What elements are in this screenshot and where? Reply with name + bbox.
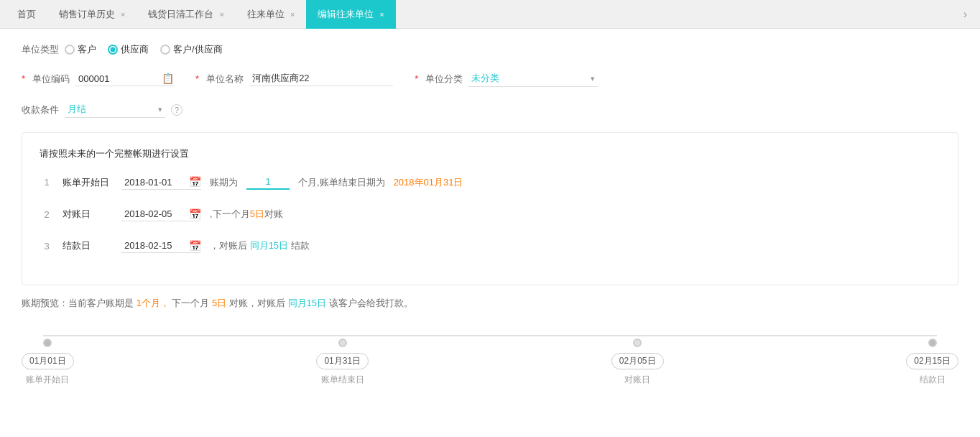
- tab-home[interactable]: 首页: [6, 0, 47, 29]
- timeline-badge-1: 01月01日: [22, 353, 74, 369]
- tab-cash-workbench-close[interactable]: ×: [219, 10, 223, 19]
- payment-condition-field: 收款条件 月结 ▾ ?: [22, 101, 182, 118]
- timeline-dot-2: [338, 339, 347, 347]
- period-row-2: 2 对账日 📅 ,下一个月5日对账: [40, 207, 940, 221]
- period-row-3: 3 结款日 📅 ，对账后 同月15日 结款: [40, 239, 940, 253]
- period-row-1-label: 账单开始日: [63, 176, 113, 189]
- period-row-1-desc-unit: 个月,账单结束日期为: [298, 176, 385, 189]
- period-row-3-desc: ，对账后 同月15日 结款: [210, 239, 310, 252]
- tab-edit-partner[interactable]: 编辑往来单位 ×: [306, 0, 395, 29]
- radio-both-circle: [160, 45, 170, 55]
- preview-text: 账期预览：当前客户账期是 1个月， 下一个月 5日 对账，对账后 同月15日 该…: [22, 297, 958, 310]
- radio-customer[interactable]: 客户: [65, 43, 96, 56]
- timeline-wrapper: 01月01日 账单开始日 01月31日 账单结束日 02月05日 对账日: [22, 324, 958, 415]
- period-row-3-date-input[interactable]: [121, 239, 186, 252]
- payment-condition-label: 收款条件: [22, 104, 59, 116]
- unit-type-radio-group: 客户 供应商 客户/供应商: [65, 43, 223, 56]
- timeline-badge-2: 01月31日: [316, 353, 369, 369]
- preview-section: 账期预览：当前客户账期是 1个月， 下一个月 5日 对账，对账后 同月15日 该…: [22, 297, 958, 415]
- timeline-point-3: 02月05日 对账日: [611, 339, 664, 386]
- period-row-1-num-input[interactable]: [246, 175, 290, 190]
- unit-name-required: *: [195, 73, 199, 84]
- period-row-2-date-input[interactable]: [121, 207, 186, 221]
- period-row-2-highlight: 5日: [250, 208, 264, 219]
- radio-supplier[interactable]: 供应商: [108, 43, 149, 56]
- preview-mid-1: 下一个月: [172, 298, 209, 308]
- unit-category-select[interactable]: 未分类 ▾: [468, 70, 598, 87]
- main-content: 单位类型 客户 供应商 客户/供应商 * 单位编码: [0, 29, 980, 437]
- period-row-1: 1 账单开始日 📅 账期为 个月,账单结束日期为 2018年01月31日: [40, 175, 940, 190]
- period-row-3-calendar-icon[interactable]: 📅: [189, 240, 201, 252]
- timeline-dot-1: [43, 339, 52, 347]
- radio-supplier-label: 供应商: [121, 43, 149, 56]
- radio-both[interactable]: 客户/供应商: [160, 43, 223, 56]
- period-row-1-end-date: 2018年01月31日: [394, 176, 463, 189]
- radio-supplier-circle: [108, 45, 118, 55]
- payment-condition-value: 月结: [68, 103, 155, 116]
- unit-type-row: 单位类型 客户 供应商 客户/供应商: [22, 43, 958, 56]
- preview-highlight-3: 同月15日: [288, 298, 326, 308]
- timeline-dot-4: [928, 339, 937, 347]
- timeline-dot-3: [633, 339, 642, 347]
- unit-code-input-wrapper: 📋: [75, 72, 174, 86]
- tab-more-button[interactable]: ›: [956, 8, 974, 21]
- period-row-1-date-input[interactable]: [121, 175, 186, 189]
- unit-name-label: 单位名称: [206, 73, 244, 86]
- radio-both-label: 客户/供应商: [173, 43, 223, 56]
- radio-customer-circle: [65, 45, 75, 55]
- preview-suffix: 该客户会给我打款。: [329, 298, 413, 308]
- unit-info-row: * 单位编码 📋 * 单位名称 * 单位分类 未分类 ▾: [22, 70, 958, 87]
- radio-customer-label: 客户: [78, 43, 96, 56]
- period-row-2-number: 2: [40, 209, 54, 220]
- tab-edit-partner-label: 编辑往来单位: [318, 8, 374, 21]
- tab-sales-history[interactable]: 销售订单历史 ×: [47, 0, 137, 29]
- tab-partner-units[interactable]: 往来单位 ×: [236, 0, 306, 29]
- timeline-point-2: 01月31日 账单结束日: [316, 339, 369, 386]
- timeline-label-3: 对账日: [624, 374, 650, 386]
- unit-category-arrow-icon: ▾: [591, 74, 595, 83]
- period-row-1-date-wrapper: 📅: [121, 175, 201, 190]
- payment-condition-arrow-icon: ▾: [158, 105, 162, 114]
- tab-partner-units-close[interactable]: ×: [290, 10, 295, 19]
- tab-home-label: 首页: [17, 8, 36, 21]
- unit-name-input[interactable]: [249, 72, 393, 86]
- timeline-label-4: 结款日: [920, 374, 946, 386]
- tab-edit-partner-close[interactable]: ×: [379, 10, 384, 19]
- timeline-badge-3: 02月05日: [611, 353, 664, 369]
- preview-highlight-1: 1个月，: [137, 298, 170, 308]
- tab-bar: 首页 销售订单历史 × 钱货日清工作台 × 往来单位 × 编辑往来单位 × ›: [0, 0, 980, 29]
- timeline-line: [43, 335, 937, 336]
- period-row-1-desc-prefix: 账期为: [210, 176, 238, 189]
- unit-category-label: 单位分类: [425, 73, 463, 86]
- unit-category-field: * 单位分类 未分类 ▾: [415, 70, 598, 87]
- period-row-3-highlight: 同月15日: [250, 240, 288, 251]
- unit-code-input[interactable]: [75, 72, 162, 86]
- timeline-point-4: 02月15日 结款日: [906, 339, 958, 386]
- unit-code-required: *: [22, 73, 25, 84]
- preview-mid-2: 对账，对账后: [229, 298, 285, 308]
- unit-category-required: *: [415, 73, 418, 84]
- unit-code-field: * 单位编码 📋: [22, 72, 174, 86]
- unit-name-field: * 单位名称: [195, 72, 393, 86]
- unit-category-value: 未分类: [471, 72, 588, 85]
- payment-condition-select[interactable]: 月结 ▾: [65, 101, 165, 118]
- timeline-label-2: 账单结束日: [321, 374, 364, 386]
- tab-sales-history-label: 销售订单历史: [59, 8, 115, 21]
- period-box-title: 请按照未来的一个完整帐期进行设置: [40, 147, 940, 160]
- preview-highlight-2: 5日: [212, 298, 226, 308]
- unit-code-copy-icon[interactable]: 📋: [162, 73, 174, 84]
- period-row-3-number: 3: [40, 241, 54, 252]
- unit-type-field: 单位类型 客户 供应商 客户/供应商: [22, 43, 223, 56]
- period-row-2-date-wrapper: 📅: [121, 207, 201, 221]
- unit-type-label: 单位类型: [22, 43, 59, 56]
- period-row-2-calendar-icon[interactable]: 📅: [189, 208, 201, 220]
- tab-cash-workbench[interactable]: 钱货日清工作台 ×: [137, 0, 235, 29]
- payment-condition-help-icon[interactable]: ?: [171, 104, 182, 116]
- timeline-points: 01月01日 账单开始日 01月31日 账单结束日 02月05日 对账日: [22, 339, 958, 386]
- period-row-1-number: 1: [40, 177, 54, 188]
- period-row-1-calendar-icon[interactable]: 📅: [189, 176, 201, 188]
- period-row-3-label: 结款日: [63, 239, 113, 252]
- tab-cash-workbench-label: 钱货日清工作台: [148, 8, 213, 21]
- period-row-2-label: 对账日: [63, 208, 113, 221]
- tab-sales-history-close[interactable]: ×: [121, 10, 125, 19]
